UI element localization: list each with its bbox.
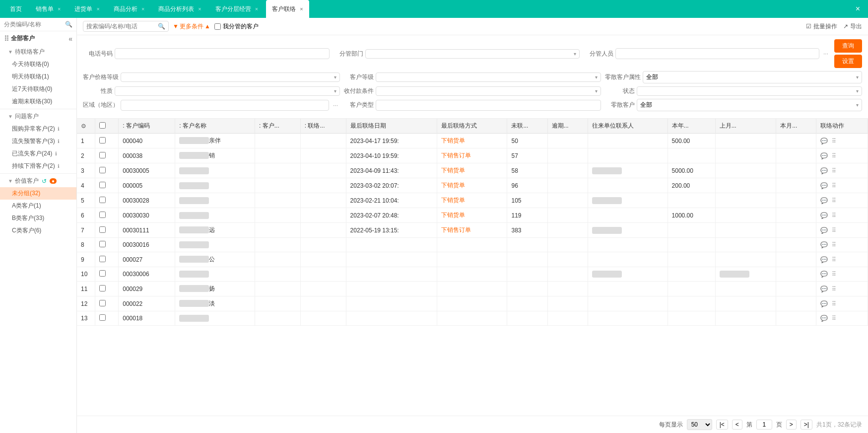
sidebar-search-input[interactable] — [4, 21, 63, 28]
chat-icon[interactable]: 💬 — [820, 315, 828, 322]
sidebar-item-tomorrow[interactable]: 明天待联络(1) — [0, 71, 76, 83]
row-select-checkbox[interactable] — [99, 152, 106, 158]
chat-icon[interactable]: 💬 — [820, 197, 828, 204]
row-select-checkbox[interactable] — [99, 256, 106, 262]
close-icon[interactable]: × — [96, 6, 99, 12]
last-page-button[interactable]: >| — [801, 420, 812, 430]
grid-icon[interactable]: ⠿ — [832, 167, 836, 174]
row-actions[interactable]: 💬 ⠿ — [816, 296, 868, 311]
gender-select[interactable]: ▾ — [115, 86, 340, 96]
close-icon[interactable]: × — [255, 6, 258, 12]
row-checkbox[interactable] — [95, 134, 119, 148]
chat-icon[interactable]: 💬 — [820, 182, 828, 189]
grid-icon[interactable]: ⠿ — [832, 271, 836, 278]
retail-attr-select[interactable]: 全部▾ — [643, 71, 862, 83]
manager-dots[interactable]: ··· — [821, 50, 830, 57]
nav-tab-sales[interactable]: 销售单 × — [30, 0, 67, 18]
sidebar-item-today[interactable]: 今天待联络(0) — [0, 58, 76, 71]
chat-icon[interactable]: 💬 — [820, 241, 828, 248]
nav-tab-analysis-list[interactable]: 商品分析列表 × — [152, 0, 207, 18]
page-number-input[interactable] — [756, 420, 772, 430]
row-select-checkbox[interactable] — [99, 241, 106, 247]
last-method-link[interactable]: 下销货单 — [441, 167, 465, 174]
chat-icon[interactable]: 💬 — [820, 286, 828, 292]
next-page-button[interactable]: > — [786, 420, 797, 430]
grid-icon[interactable]: ⠿ — [832, 300, 836, 307]
page-size-select[interactable]: 50 100 — [687, 419, 712, 430]
grid-icon[interactable]: ⠿ — [832, 152, 836, 159]
row-actions[interactable]: 💬 ⠿ — [816, 193, 868, 208]
row-select-checkbox[interactable] — [99, 212, 106, 218]
row-checkbox[interactable] — [95, 296, 119, 311]
window-close-button[interactable]: × — [852, 2, 864, 15]
row-actions[interactable]: 💬 ⠿ — [816, 208, 868, 223]
grid-icon[interactable]: ⠿ — [832, 227, 836, 234]
all-customers-header[interactable]: ⠿ 全部客户 « — [0, 31, 76, 46]
sidebar-item-churned[interactable]: 已流失客户(24) ℹ — [0, 147, 76, 160]
row-checkbox[interactable] — [95, 208, 119, 223]
sidebar-search-bar[interactable]: 🔍 — [0, 18, 76, 31]
chat-icon[interactable]: 💬 — [820, 271, 828, 278]
row-actions[interactable]: 💬 ⠿ — [816, 252, 868, 267]
row-actions[interactable]: 💬 ⠿ — [816, 282, 868, 296]
sidebar-item-7days[interactable]: 近7天待联络(0) — [0, 83, 76, 95]
row-select-checkbox[interactable] — [99, 270, 106, 277]
row-actions[interactable]: 💬 ⠿ — [816, 267, 868, 282]
manager-input[interactable] — [615, 48, 819, 59]
row-select-checkbox[interactable] — [99, 167, 106, 173]
row-checkbox[interactable] — [95, 238, 119, 252]
search-icon[interactable]: 🔍 — [65, 21, 72, 28]
customer-type-input[interactable] — [376, 100, 601, 111]
first-page-button[interactable]: |< — [716, 420, 728, 430]
sidebar-item-overdue[interactable]: 逾期未联络(30) — [0, 95, 76, 108]
sidebar-item-declining[interactable]: 持续下滑客户(2) ℹ — [0, 160, 76, 172]
grid-icon[interactable]: ⠿ — [832, 138, 836, 144]
row-checkbox[interactable] — [95, 252, 119, 267]
row-actions[interactable]: 💬 ⠿ — [816, 134, 868, 148]
grid-icon[interactable]: ⠿ — [832, 256, 836, 263]
nav-tab-analysis[interactable]: 商品分析 × — [108, 0, 150, 18]
query-button[interactable]: 查询 — [834, 39, 862, 53]
grid-icon[interactable]: ⠿ — [832, 286, 836, 292]
region-dots[interactable]: ··· — [331, 102, 340, 109]
row-checkbox[interactable] — [95, 193, 119, 208]
search-input[interactable] — [86, 23, 156, 30]
row-actions[interactable]: 💬 ⠿ — [816, 238, 868, 252]
search-icon[interactable]: 🔍 — [158, 23, 165, 30]
close-icon[interactable]: × — [300, 6, 303, 12]
row-select-checkbox[interactable] — [99, 137, 106, 144]
chat-icon[interactable]: 💬 — [820, 227, 828, 234]
select-all-checkbox[interactable] — [99, 122, 106, 129]
sidebar-item-b-class[interactable]: B类客户(33) — [0, 212, 76, 224]
value-customers-group[interactable]: ▼ 价值客户 ↺ ● — [0, 175, 76, 187]
status-select[interactable]: ▾ — [637, 86, 862, 96]
grid-icon[interactable]: ⠿ — [832, 241, 836, 248]
last-method-link[interactable]: 下销货单 — [441, 137, 465, 144]
row-actions[interactable]: 💬 ⠿ — [816, 163, 868, 178]
dept-select[interactable]: ▾ — [365, 49, 580, 59]
sidebar-item-ungroup[interactable]: 未分组(32) — [0, 187, 76, 200]
row-actions[interactable]: 💬 ⠿ — [816, 311, 868, 326]
search-box[interactable]: 🔍 — [83, 21, 169, 32]
grid-icon[interactable]: ⠿ — [832, 212, 836, 219]
last-method-link[interactable]: 下销货单 — [441, 212, 465, 218]
region-input[interactable] — [121, 100, 329, 111]
sidebar-item-hoard-abnormal[interactable]: 囤购异常客户(2) ℹ — [0, 123, 76, 135]
batch-ops-button[interactable]: ☑ 批量操作 — [806, 22, 837, 31]
row-actions[interactable]: 💬 ⠿ — [816, 223, 868, 238]
chat-icon[interactable]: 💬 — [820, 167, 828, 174]
payment-select[interactable]: ▾ — [376, 86, 601, 96]
row-checkbox[interactable] — [95, 282, 119, 296]
problem-customers-group[interactable]: ▼ 问题客户 — [0, 110, 76, 123]
more-conditions-btn[interactable]: ▼ 更多条件 ▲ — [173, 22, 210, 31]
my-customers-checkbox[interactable]: 我分管的客户 — [214, 22, 259, 31]
last-method-link[interactable]: 下销售订单 — [441, 152, 471, 159]
close-icon[interactable]: × — [58, 6, 61, 12]
price-level-select[interactable]: ▾ — [121, 72, 340, 82]
row-checkbox[interactable] — [95, 148, 119, 163]
collapse-icon[interactable]: « — [68, 35, 72, 43]
chat-icon[interactable]: 💬 — [820, 300, 828, 307]
customer-level-select[interactable]: ▾ — [376, 72, 601, 82]
sidebar-item-c-class[interactable]: C类客户(6) — [0, 224, 76, 237]
chat-icon[interactable]: 💬 — [820, 138, 828, 144]
